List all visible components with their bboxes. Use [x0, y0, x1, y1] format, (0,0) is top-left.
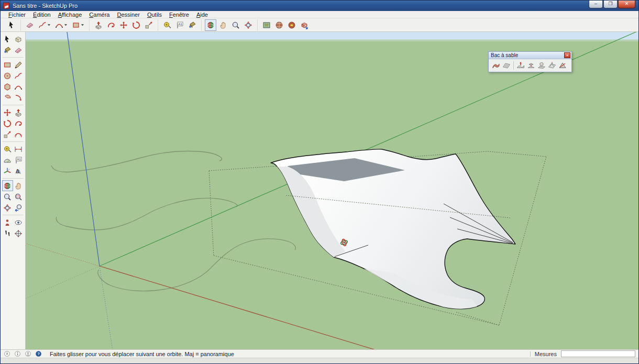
terrain-surface[interactable]	[271, 149, 515, 309]
measurements-input[interactable]	[561, 350, 635, 357]
add-location-button[interactable]	[261, 19, 272, 31]
chevron-down-icon[interactable]	[64, 23, 68, 27]
title-bar[interactable]: Sans titre - SketchUp Pro – ❐ ✕	[1, 1, 638, 11]
sandbox-drape-button[interactable]	[536, 61, 547, 70]
palette-orbit-button[interactable]	[2, 180, 13, 191]
minimize-button[interactable]: –	[589, 1, 603, 8]
palette-rectangle-button[interactable]	[2, 59, 13, 70]
viewport-3d[interactable]: Bac à sable ×	[26, 32, 638, 349]
shapes-button[interactable]	[70, 19, 86, 31]
sandbox-title: Bac à sable	[491, 52, 564, 58]
palette-separator	[3, 215, 24, 215]
palette-zoom-window-button[interactable]	[13, 191, 24, 202]
palette-move-button[interactable]	[2, 107, 13, 118]
geolocation-icon[interactable]	[4, 350, 11, 358]
palette-line-button[interactable]	[13, 59, 24, 70]
palette-dimension-button[interactable]	[13, 144, 24, 155]
move-button[interactable]	[118, 19, 129, 31]
menu-fichier[interactable]: Fichier	[5, 11, 29, 18]
scale-button[interactable]	[143, 19, 155, 31]
palette-follow-me-button[interactable]	[13, 118, 24, 129]
zoom-button[interactable]	[230, 19, 241, 31]
red-axis	[100, 266, 377, 349]
help-icon[interactable]: ?	[35, 350, 42, 358]
close-button[interactable]: ✕	[618, 1, 635, 8]
palette-arc-2-button[interactable]	[13, 92, 24, 103]
menu-camera[interactable]: Caméra	[85, 11, 113, 18]
chevron-down-icon[interactable]	[81, 23, 84, 27]
menu-fenetre[interactable]: Fenêtre	[166, 11, 193, 18]
lines-button[interactable]	[37, 19, 52, 31]
select-button[interactable]	[6, 19, 17, 31]
credits-icon[interactable]	[14, 350, 21, 358]
palette-select-button[interactable]	[2, 34, 13, 45]
palette-section-plane-button[interactable]	[13, 228, 24, 239]
green-axis-negative	[26, 266, 100, 299]
sandbox-close-icon[interactable]: ×	[564, 52, 570, 58]
restore-button[interactable]: ❐	[603, 1, 618, 8]
palette-look-around-button[interactable]	[13, 217, 24, 228]
palette-axes-button[interactable]	[2, 166, 13, 177]
palette-text-button[interactable]: A1	[13, 155, 24, 166]
sandbox-flip-edge-button[interactable]	[557, 61, 568, 70]
text-button[interactable]: A1	[174, 19, 185, 31]
menu-edition[interactable]: Édition	[29, 11, 54, 18]
menu-dessiner[interactable]: Dessiner	[113, 11, 143, 18]
palette-arc-button[interactable]	[13, 81, 24, 92]
chevron-down-icon[interactable]	[47, 23, 51, 27]
status-bar: ? Faites glisser pour vous déplacer suiv…	[1, 349, 638, 358]
palette-pan-button[interactable]	[13, 180, 24, 191]
palette-offset-button[interactable]	[13, 129, 24, 140]
sandbox-add-detail-button[interactable]	[547, 61, 557, 70]
sandbox-from-contours-button[interactable]	[491, 61, 501, 70]
arcs-button[interactable]	[53, 19, 69, 31]
palette-walk-button[interactable]	[2, 228, 13, 239]
palette-3d-text-button[interactable]: AA	[13, 166, 24, 177]
sky	[26, 32, 638, 40]
menu-outils[interactable]: Outils	[144, 11, 166, 18]
palette-pie-button[interactable]	[2, 92, 13, 103]
palette-freehand-button[interactable]	[13, 70, 24, 81]
palette-zoom-extents-button[interactable]	[2, 202, 13, 213]
palette-rotate-button[interactable]	[2, 118, 13, 129]
palette-push-pull-button[interactable]	[13, 107, 24, 118]
toolbar-group	[258, 19, 313, 31]
palette-paint-bucket-button[interactable]	[2, 45, 13, 56]
palette-make-component-button[interactable]	[13, 34, 24, 45]
sign-in-icon[interactable]	[25, 350, 32, 358]
sandbox-titlebar[interactable]: Bac à sable ×	[489, 52, 571, 59]
paint-bucket-button[interactable]	[186, 19, 198, 31]
menu-aide[interactable]: Aide	[193, 11, 212, 18]
orbit-button[interactable]	[205, 19, 216, 31]
tape-measure-button[interactable]	[161, 19, 173, 31]
eraser-button[interactable]	[24, 19, 36, 31]
zoom-extents-button[interactable]	[243, 19, 254, 31]
status-hint: Faites glisser pour vous déplacer suivan…	[50, 351, 234, 357]
palette-separator	[3, 105, 24, 105]
sandbox-from-scratch-button[interactable]	[501, 61, 512, 70]
get-models-button[interactable]	[299, 19, 310, 31]
palette-tape-measure-button[interactable]	[2, 144, 13, 155]
palette-zoom-button[interactable]	[2, 191, 13, 202]
menu-affichage[interactable]: Affichage	[54, 11, 86, 18]
sandbox-stamp-button[interactable]	[526, 61, 536, 70]
palette-polygon-button[interactable]	[2, 81, 13, 92]
toggle-terrain-button[interactable]	[273, 19, 285, 31]
rotate-button[interactable]	[130, 19, 142, 31]
photo-textures-button[interactable]	[286, 19, 298, 31]
blue-axis	[67, 32, 100, 266]
sandbox-smoove-button[interactable]	[515, 61, 526, 70]
palette-protractor-button[interactable]	[2, 155, 13, 166]
svg-text:A: A	[16, 168, 20, 174]
palette-circle-button[interactable]	[2, 70, 13, 81]
palette-eraser-button[interactable]	[13, 45, 24, 56]
palette-zoom-previous-button[interactable]	[13, 202, 24, 213]
palette-position-camera-button[interactable]	[2, 217, 13, 228]
pan-button[interactable]	[217, 19, 229, 31]
sketchup-window: Sans titre - SketchUp Pro – ❐ ✕ FichierÉ…	[0, 0, 639, 364]
follow-me-button[interactable]	[105, 19, 117, 31]
measurements-divider	[530, 351, 531, 357]
palette-scale-button[interactable]	[2, 129, 13, 140]
toolbar-group	[21, 19, 90, 31]
push-pull-button[interactable]	[93, 19, 104, 31]
